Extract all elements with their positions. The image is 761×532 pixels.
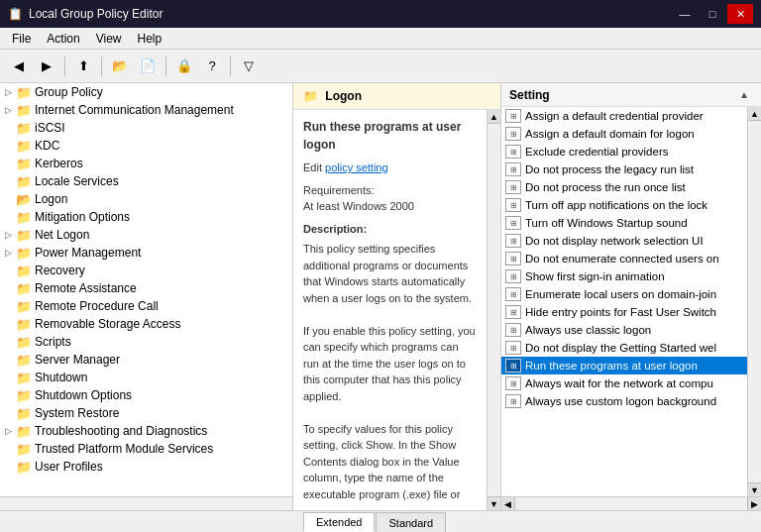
setting-item-enumerate-local-users[interactable]: ⊞ Enumerate local users on domain-join [501,285,747,303]
desc-description-section: Description: This policy setting specifi… [303,221,477,503]
setting-item-custom-logon-bg[interactable]: ⊞ Always use custom logon background [501,392,747,410]
tree-item-trusted-platform[interactable]: 📁 Trusted Platform Module Services [0,440,292,458]
tree-hscroll-inner[interactable] [0,497,292,511]
tree-item-net-logon[interactable]: ▷ 📁 Net Logon [0,226,292,244]
folder-icon: 📁 [16,263,32,278]
minimize-button[interactable]: — [672,4,698,24]
tree-item-mitigation-options[interactable]: 📁 Mitigation Options [0,208,292,226]
folder-icon: 📁 [16,423,32,439]
filter-button[interactable]: ▽ [236,53,262,79]
desc-edit-link[interactable]: policy setting [325,161,388,173]
settings-hscroll-right[interactable]: ▶ [747,497,761,510]
setting-label: Enumerate local users on domain-join [525,288,716,300]
tab-extended[interactable]: Extended [303,512,375,532]
tree-item-recovery[interactable]: 📁 Recovery [0,262,292,279]
tab-standard[interactable]: Standard [376,512,446,532]
scroll-down-btn[interactable]: ▼ [488,496,500,510]
folder-icon: 📁 [16,405,32,421]
setting-icon: ⊞ [505,376,521,390]
setting-item-run-programs[interactable]: ⊞ Run these programs at user logon [501,357,747,374]
tree-item-kdc[interactable]: 📁 KDC [0,137,292,155]
setting-item-enumerate-connected-users[interactable]: ⊞ Do not enumerate connected users on [501,250,747,267]
setting-icon: ⊞ [505,341,521,355]
close-button[interactable]: ✕ [727,4,753,24]
tree-expand [0,298,16,314]
tree-item-troubleshooting[interactable]: ▷ 📁 Troubleshooting and Diagnostics [0,422,292,440]
tree-label: iSCSI [35,121,65,135]
tree-label: Remote Assistance [35,281,137,295]
desc-folder-icon: 📁 [303,89,318,103]
tree-item-kerberos[interactable]: 📁 Kerberos [0,155,292,172]
tree-item-removable-storage[interactable]: 📁 Removable Storage Access [0,315,292,333]
setting-item-sign-in-animation[interactable]: ⊞ Show first sign-in animation [501,267,747,285]
tree-item-locale-services[interactable]: 📁 Locale Services [0,172,292,190]
tree-item-remote-procedure-call[interactable]: 📁 Remote Procedure Call [0,297,292,315]
folder-icon: 📂 [16,191,32,207]
back-button[interactable]: ◀ [6,53,32,79]
setting-item-wait-network[interactable]: ⊞ Always wait for the network at compu [501,374,747,392]
tree-item-shutdown[interactable]: 📁 Shutdown [0,369,292,386]
setting-item-classic-logon[interactable]: ⊞ Always use classic logon [501,321,747,339]
setting-item-exclude-credential[interactable]: ⊞ Exclude credential providers [501,143,747,160]
app-icon: 📋 [8,7,23,21]
setting-label: Do not process the run once list [525,181,686,193]
setting-item-getting-started[interactable]: ⊞ Do not display the Getting Started wel [501,339,747,357]
settings-column-header: Setting [509,88,550,102]
setting-item-app-notifications[interactable]: ⊞ Turn off app notifications on the lock [501,196,747,214]
tree-item-iscsi[interactable]: 📁 iSCSI [0,119,292,137]
help-button[interactable]: ? [199,53,225,79]
desc-vscroll[interactable]: ▲ ▼ [487,110,500,510]
tree-item-shutdown-options[interactable]: 📁 Shutdown Options [0,386,292,404]
tree-label: Mitigation Options [35,210,130,224]
menu-view[interactable]: View [88,30,130,48]
menu-file[interactable]: File [4,30,39,48]
scroll-up-btn[interactable]: ▲ [488,110,500,124]
settings-scroll-up[interactable]: ▲ [748,107,761,121]
tree-item-server-manager[interactable]: 📁 Server Manager [0,351,292,369]
toolbar: ◀ ▶ ⬆ 📂 📄 🔒 ? ▽ [0,50,761,83]
setting-item-legacy-run-list[interactable]: ⊞ Do not process the legacy run list [501,160,747,178]
setting-item-run-once-list[interactable]: ⊞ Do not process the run once list [501,178,747,196]
view-button[interactable]: 📄 [135,53,161,79]
show-hide-tree-button[interactable]: 📂 [107,53,133,79]
tree-item-logon[interactable]: 📂 Logon [0,190,292,208]
tree-label: System Restore [35,406,119,420]
settings-scroll-track [748,121,761,482]
setting-label: Do not enumerate connected users on [525,253,719,265]
setting-item-fast-user-switching[interactable]: ⊞ Hide entry points for Fast User Switch [501,303,747,321]
setting-item-network-selection-ui[interactable]: ⊞ Do not display network selection UI [501,232,747,250]
tree-item-power-management[interactable]: ▷ 📁 Power Management [0,244,292,262]
tree-hscroll [0,496,292,510]
toolbar-separator-3 [165,56,166,76]
setting-label: Assign a default credential provider [525,110,704,122]
setting-label: Hide entry points for Fast User Switch [525,306,716,318]
setting-item-startup-sound[interactable]: ⊞ Turn off Windows Startup sound [501,214,747,232]
settings-scroll-down[interactable]: ▼ [748,482,761,496]
settings-vscroll[interactable]: ▲ ▼ [747,107,761,496]
settings-hscroll-left[interactable]: ◀ [501,497,515,510]
forward-button[interactable]: ▶ [34,53,59,79]
menu-help[interactable]: Help [130,30,170,48]
titlebar-left: 📋 Local Group Policy Editor [8,7,163,21]
up-button[interactable]: ⬆ [70,53,96,79]
folder-icon: 📁 [16,173,32,189]
tabs-bar: Extended Standard [0,510,761,532]
tree-item-scripts[interactable]: 📁 Scripts [0,333,292,351]
tree-item-group-policy[interactable]: ▷ 📁 Group Policy [0,83,292,101]
setting-item-credential-provider[interactable]: ⊞ Assign a default credential provider [501,107,747,125]
tree-expand: ▷ [0,245,16,261]
setting-item-default-domain[interactable]: ⊞ Assign a default domain for logon [501,125,747,143]
tree-item-system-restore[interactable]: 📁 System Restore [0,404,292,422]
settings-sort-icon[interactable]: ▲ [739,89,753,100]
menu-action[interactable]: Action [39,30,87,48]
maximize-button[interactable]: □ [700,4,725,24]
tree-item-remote-assistance[interactable]: 📁 Remote Assistance [0,279,292,297]
properties-button[interactable]: 🔒 [171,53,197,79]
folder-icon: 📁 [16,209,32,225]
setting-icon: ⊞ [505,216,521,230]
tree-item-internet-comm[interactable]: ▷ 📁 Internet Communication Management [0,101,292,119]
folder-icon: 📁 [16,387,32,403]
tree-item-user-profiles[interactable]: 📁 User Profiles [0,458,292,476]
window-controls: — □ ✕ [672,4,753,24]
tree-pane: ▷ 📁 Group Policy ▷ 📁 Internet Communicat… [0,83,293,510]
